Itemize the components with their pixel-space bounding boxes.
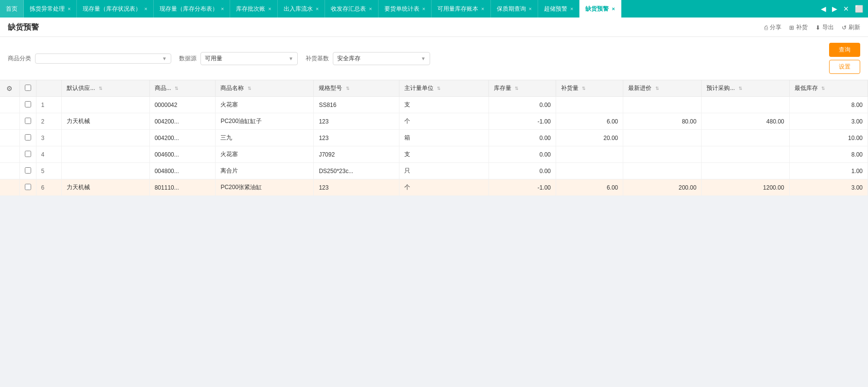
datasource-select[interactable]: 可用量 ▼: [200, 52, 298, 65]
tab-close-overstock[interactable]: ×: [570, 6, 573, 12]
cell-spec: SS816: [314, 97, 399, 113]
page-header: 缺货预警 ⎙ 分享 ⊞ 补货 ⬇ 导出 ↺ 刷新: [0, 18, 868, 37]
cell-row_num: 4: [36, 146, 62, 163]
col-header-product_name[interactable]: 商品名称 ⇅: [216, 80, 314, 97]
row-checkbox[interactable]: [25, 167, 31, 174]
share-button[interactable]: ⎙ 分享: [764, 23, 781, 32]
cell-est_purchase: [702, 130, 789, 146]
tab-label-exception: 拣货异常处理: [30, 5, 65, 13]
cell-latest_price: 80.00: [623, 113, 702, 130]
table-row: 6力天机械801110...PC200张紧油缸123个-1.006.00200.…: [0, 179, 868, 196]
cell-default_supplier: [62, 130, 149, 146]
tab-nav-buttons: ◀ ▶ ✕ ⬜: [818, 3, 868, 15]
page-content: 缺货预警 ⎙ 分享 ⊞ 补货 ⬇ 导出 ↺ 刷新 商品分类: [0, 18, 868, 196]
tab-overstock[interactable]: 超储预警 ×: [538, 0, 579, 18]
tab-batch-account[interactable]: 库存批次账 ×: [230, 0, 277, 18]
refresh-icon: ↺: [842, 24, 847, 31]
settings-button[interactable]: 设置: [829, 60, 860, 74]
col-header-stock_qty[interactable]: 库存量 ⇅: [488, 80, 556, 97]
cell-stock_qty: 0.00: [488, 146, 556, 163]
tab-demand-stat[interactable]: 要货单统计表 ×: [379, 0, 432, 18]
tab-next-button[interactable]: ▶: [829, 3, 840, 15]
query-button[interactable]: 查询: [829, 43, 860, 57]
row-checkbox[interactable]: [25, 184, 31, 190]
cell-spec: J7092: [314, 146, 399, 163]
cell-unit: 箱: [399, 130, 488, 146]
cell-checkbox: [19, 113, 36, 130]
cell-latest_price: [623, 97, 702, 113]
row-checkbox[interactable]: [25, 134, 31, 141]
row-checkbox[interactable]: [25, 101, 31, 107]
cell-unit: 个: [399, 179, 488, 196]
tab-receipt-summary[interactable]: 收发存汇总表 ×: [325, 0, 378, 18]
col-header-spec[interactable]: 规格型号 ⇅: [314, 80, 399, 97]
cell-gear: [0, 113, 19, 130]
gear-settings-icon[interactable]: ⚙: [6, 85, 13, 92]
cell-default_supplier: [62, 97, 149, 113]
export-button[interactable]: ⬇ 导出: [815, 23, 834, 32]
cell-default_supplier: [62, 146, 149, 163]
tab-label-inventory-dist: 现存量（库存分布表）: [160, 5, 218, 13]
replenish-button[interactable]: ⊞ 补货: [789, 23, 808, 32]
tab-available-ledger[interactable]: 可用量库存账本 ×: [432, 0, 490, 18]
tab-label-shortage: 缺货预警: [585, 5, 609, 13]
tab-close-inout-flow[interactable]: ×: [316, 6, 319, 12]
tab-inventory-dist[interactable]: 现存量（库存分布表） ×: [154, 0, 230, 18]
cell-spec: 123: [314, 179, 399, 196]
col-header-unit[interactable]: 主计量单位 ⇅: [399, 80, 488, 97]
tab-label-batch-account: 库存批次账: [236, 5, 265, 13]
category-chevron-icon: ▼: [162, 56, 167, 61]
tab-close-exception[interactable]: ×: [68, 6, 71, 12]
tab-close-available-ledger[interactable]: ×: [481, 6, 484, 12]
replenish-base-select[interactable]: 安全库存 ▼: [333, 52, 430, 65]
tab-close-inventory-status[interactable]: ×: [144, 6, 147, 12]
tab-maximize-button[interactable]: ⬜: [852, 3, 866, 15]
cell-stock_qty: 0.00: [488, 163, 556, 179]
category-select[interactable]: ▼: [35, 53, 171, 64]
refresh-button[interactable]: ↺ 刷新: [842, 23, 860, 32]
tab-label-receipt-summary: 收发存汇总表: [331, 5, 366, 13]
col-header-checkbox: [19, 80, 36, 97]
tab-close-demand-stat[interactable]: ×: [422, 6, 425, 12]
sort-icon-latest_price: ⇅: [655, 86, 659, 91]
cell-min_stock: 3.00: [789, 179, 868, 196]
tab-close-expiry-query[interactable]: ×: [529, 6, 532, 12]
col-header-product_code[interactable]: 商品... ⇅: [149, 80, 216, 97]
col-header-latest_price[interactable]: 最新进价 ⇅: [623, 80, 702, 97]
row-checkbox[interactable]: [25, 118, 31, 124]
tab-exception[interactable]: 拣货异常处理 ×: [24, 0, 77, 18]
col-header-replenish_qty[interactable]: 补货量 ⇅: [556, 80, 623, 97]
tab-close-shortage[interactable]: ×: [612, 6, 615, 12]
tab-inout-flow[interactable]: 出入库流水 ×: [278, 0, 325, 18]
select-all-checkbox[interactable]: [25, 85, 31, 91]
col-header-row_num: [36, 80, 62, 97]
tab-expiry-query[interactable]: 保质期查询 ×: [491, 0, 538, 18]
cell-gear: [0, 163, 19, 179]
tab-shortage[interactable]: 缺货预警 ×: [579, 0, 621, 18]
tab-close-all-button[interactable]: ✕: [840, 3, 852, 15]
tab-home[interactable]: 首页: [0, 0, 24, 18]
sort-icon-est_purchase: ⇅: [739, 86, 742, 91]
tab-inventory-status[interactable]: 现存量（库存状况表） ×: [77, 0, 153, 18]
tab-close-inventory-dist[interactable]: ×: [221, 6, 224, 12]
cell-product_name: 离合片: [216, 163, 314, 179]
cell-product_name: 火花塞: [216, 97, 314, 113]
tab-label-home: 首页: [6, 5, 18, 13]
col-header-min_stock[interactable]: 最低库存 ⇅: [789, 80, 868, 97]
datasource-value: 可用量: [205, 54, 222, 63]
header-actions: ⎙ 分享 ⊞ 补货 ⬇ 导出 ↺ 刷新: [764, 23, 860, 32]
cell-est_purchase: [702, 163, 789, 179]
tab-close-batch-account[interactable]: ×: [268, 6, 271, 12]
row-checkbox[interactable]: [25, 151, 31, 157]
tab-prev-button[interactable]: ◀: [818, 3, 829, 15]
cell-replenish_qty: [556, 163, 623, 179]
cell-product_name: 三九: [216, 130, 314, 146]
col-header-default_supplier[interactable]: 默认供应... ⇅: [62, 80, 149, 97]
cell-gear: [0, 97, 19, 113]
share-icon: ⎙: [764, 24, 768, 31]
tab-close-receipt-summary[interactable]: ×: [369, 6, 372, 12]
cell-gear: [0, 179, 19, 196]
cell-checkbox: [19, 97, 36, 113]
col-header-est_purchase[interactable]: 预计采购... ⇅: [702, 80, 789, 97]
cell-replenish_qty: 6.00: [556, 113, 623, 130]
